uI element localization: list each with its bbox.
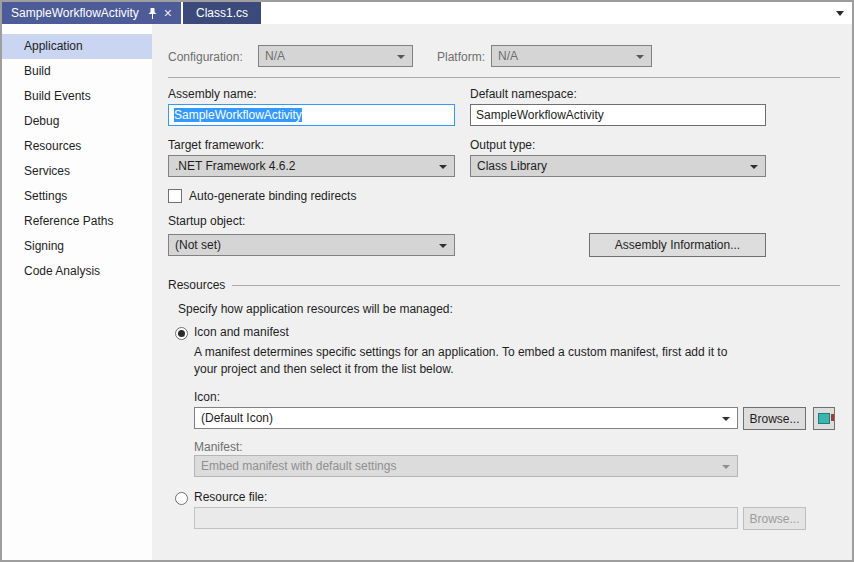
resource-file-label: Resource file:	[194, 490, 267, 504]
icon-and-manifest-radio[interactable]	[175, 327, 188, 340]
target-framework-label: Target framework:	[168, 138, 264, 152]
icon-label: Icon:	[194, 390, 220, 404]
icon-preview-image	[818, 413, 830, 424]
separator	[168, 77, 840, 78]
manifest-note: A manifest determines specific settings …	[194, 344, 742, 378]
default-namespace-label: Default namespace:	[470, 87, 577, 101]
sidebar-item-reference-paths[interactable]: Reference Paths	[2, 209, 152, 234]
auto-generate-binding-redirects-label: Auto-generate binding redirects	[189, 189, 356, 203]
sidebar-item-code-analysis[interactable]: Code Analysis	[2, 259, 152, 284]
sidebar-item-application[interactable]: Application	[2, 34, 152, 59]
chevron-down-icon	[750, 165, 758, 169]
chevron-down-icon	[439, 165, 447, 169]
sidebar-item-build-events[interactable]: Build Events	[2, 84, 152, 109]
group-border-line	[232, 285, 840, 286]
tab-label: SampleWorkflowActivity	[11, 6, 139, 20]
output-type-label: Output type:	[470, 138, 535, 152]
sidebar-item-settings[interactable]: Settings	[2, 184, 152, 209]
resources-description: Specify how application resources will b…	[178, 302, 453, 316]
platform-label: Platform:	[437, 50, 485, 64]
output-type-select[interactable]: Class Library	[470, 155, 766, 177]
icon-and-manifest-label: Icon and manifest	[194, 325, 289, 339]
tab-sampleworkflowactivity[interactable]: SampleWorkflowActivity ×	[2, 2, 181, 24]
project-properties-window: SampleWorkflowActivity × Class1.cs Appli…	[0, 0, 854, 562]
icon-preview-button[interactable]	[813, 407, 835, 430]
assembly-information-button[interactable]: Assembly Information...	[589, 233, 766, 257]
resource-file-browse-button[interactable]: Browse...	[743, 507, 806, 530]
chevron-down-icon	[636, 55, 644, 59]
sidebar-item-resources[interactable]: Resources	[2, 134, 152, 159]
property-pages-sidebar: Application Build Build Events Debug Res…	[2, 24, 152, 560]
configuration-label: Configuration:	[168, 50, 243, 64]
chevron-down-icon	[722, 417, 730, 421]
startup-object-label: Startup object:	[168, 214, 245, 228]
resources-group-title: Resources	[168, 278, 232, 292]
assembly-name-input[interactable]: SampleWorkflowActivity	[168, 104, 455, 126]
auto-generate-binding-redirects-checkbox[interactable]	[168, 189, 182, 203]
document-list-dropdown-icon[interactable]	[836, 11, 844, 16]
chevron-down-icon	[397, 55, 405, 59]
assembly-name-label: Assembly name:	[168, 87, 257, 101]
tab-label: Class1.cs	[196, 6, 248, 20]
resource-file-radio[interactable]	[175, 492, 188, 505]
sidebar-item-build[interactable]: Build	[2, 59, 152, 84]
close-icon[interactable]: ×	[164, 6, 172, 20]
chevron-down-icon	[722, 465, 730, 469]
manifest-select[interactable]: Embed manifest with default settings	[194, 455, 738, 477]
tab-class1-cs[interactable]: Class1.cs	[183, 2, 261, 24]
manifest-label: Manifest:	[194, 440, 243, 454]
startup-object-select[interactable]: (Not set)	[168, 234, 455, 256]
icon-select[interactable]: (Default Icon)	[194, 407, 738, 429]
document-tab-bar: SampleWorkflowActivity × Class1.cs	[2, 2, 852, 24]
sidebar-item-debug[interactable]: Debug	[2, 109, 152, 134]
platform-select[interactable]: N/A	[491, 45, 652, 67]
resource-file-input[interactable]	[194, 507, 738, 529]
target-framework-select[interactable]: .NET Framework 4.6.2	[168, 155, 455, 177]
icon-browse-button[interactable]: Browse...	[743, 407, 806, 430]
sidebar-item-services[interactable]: Services	[2, 159, 152, 184]
sidebar-item-signing[interactable]: Signing	[2, 234, 152, 259]
resources-group-header: Resources	[168, 278, 840, 292]
chevron-down-icon	[439, 244, 447, 248]
application-page: Configuration: N/A Platform: N/A Assembl…	[152, 24, 852, 560]
configuration-select[interactable]: N/A	[258, 45, 413, 67]
pin-icon[interactable]	[148, 8, 157, 19]
default-namespace-input[interactable]: SampleWorkflowActivity	[470, 104, 766, 126]
